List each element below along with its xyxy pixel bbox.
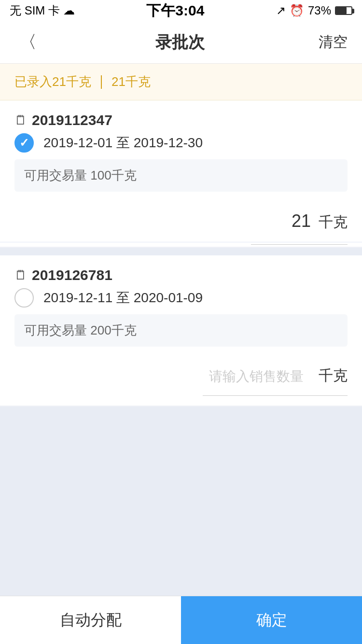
nav-bar: 〈 录批次 清空: [0, 21, 362, 64]
info-banner: 已录入21千克 21千克: [0, 64, 362, 100]
batch2-date: 2019-12-11 至 2020-01-09: [43, 289, 203, 307]
clear-button[interactable]: 清空: [319, 32, 348, 52]
status-time: 下午3:04: [146, 1, 204, 21]
batch2-quantity-input[interactable]: [166, 367, 311, 385]
batch1-radio[interactable]: [14, 133, 34, 153]
batch1-id: 2019112347: [32, 112, 112, 128]
batch1-amount-unit: 千克: [319, 212, 348, 232]
info-divider: [101, 75, 102, 89]
page-title: 录批次: [155, 31, 205, 54]
batch2-input-unit: 千克: [319, 366, 348, 386]
bottom-bar: 自动分配 确定: [0, 596, 362, 644]
batch1-date-row: 2019-12-01 至 2019-12-30: [0, 133, 362, 159]
battery-icon: [335, 6, 352, 15]
batch1-volume: 可用交易量 100千克: [14, 159, 348, 192]
batch2-id: 2019126781: [32, 267, 112, 283]
section-divider: [0, 248, 362, 255]
no-sim-label: 无 SIM 卡 ☁: [10, 3, 75, 18]
batch2-radio[interactable]: [14, 288, 34, 308]
batch2-volume: 可用交易量 200千克: [14, 314, 348, 347]
auto-distribute-button[interactable]: 自动分配: [0, 596, 181, 644]
batch2-date-row: 2019-12-11 至 2020-01-09: [0, 288, 362, 314]
batch2-icon: 🗒: [14, 268, 27, 283]
batch1-amount-value: 21: [292, 211, 311, 231]
batch1-date: 2019-12-01 至 2019-12-30: [43, 134, 203, 152]
batch-item-2: 🗒 2019126781 2019-12-11 至 2020-01-09 可用交…: [0, 255, 362, 406]
status-bar: 无 SIM 卡 ☁ 下午3:04 ↗ ⏰ 73%: [0, 0, 362, 21]
batch2-input-row: 千克: [0, 356, 362, 395]
batch-item-1: 🗒 2019112347 2019-12-01 至 2019-12-30 可用交…: [0, 100, 362, 247]
batch1-icon: 🗒: [14, 113, 27, 128]
confirm-button[interactable]: 确定: [181, 596, 362, 644]
battery-label: 73%: [308, 4, 331, 17]
signal-icon: ↗: [276, 4, 286, 17]
gray-area: [0, 406, 362, 629]
recorded-label: 已录入21千克: [14, 73, 91, 90]
batch1-amount-row: 21 千克: [0, 201, 362, 242]
batch2-header: 🗒 2019126781: [0, 255, 362, 288]
back-button[interactable]: 〈: [14, 26, 42, 59]
batch1-header: 🗒 2019112347: [0, 100, 362, 133]
recorded-value: 21千克: [111, 73, 151, 90]
alarm-icon: ⏰: [290, 4, 304, 17]
status-right: ↗ ⏰ 73%: [276, 4, 352, 17]
status-left: 无 SIM 卡 ☁: [10, 3, 75, 18]
